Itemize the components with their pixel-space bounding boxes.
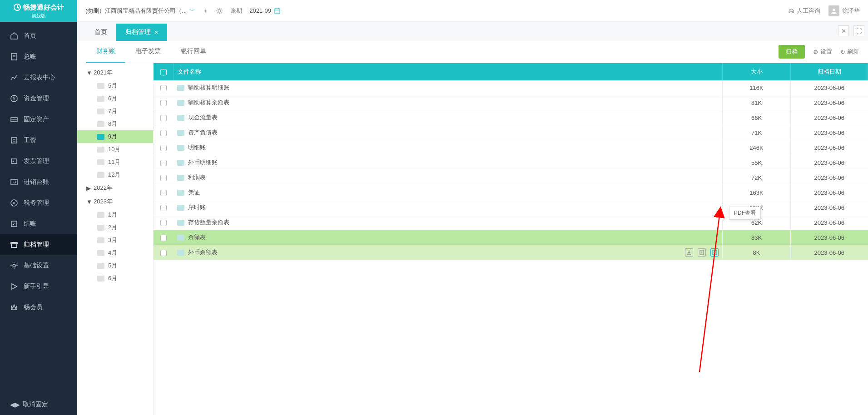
tree-month[interactable]: 7月 bbox=[77, 105, 153, 118]
table-row[interactable]: 资产负债表71K2023-06-06 bbox=[154, 125, 868, 140]
user-menu[interactable]: 徐泽华 bbox=[828, 5, 860, 16]
table-row[interactable]: 现金流量表66K2023-06-06 bbox=[154, 110, 868, 125]
folder-icon bbox=[97, 225, 104, 231]
pdf-icon[interactable]: P bbox=[698, 248, 706, 257]
table-row[interactable]: 辅助核算明细账116K2023-06-06 bbox=[154, 80, 868, 95]
refresh-link[interactable]: ↻ 刷新 bbox=[840, 48, 859, 56]
row-checkbox[interactable] bbox=[160, 100, 167, 106]
nav-item-tax[interactable]: 税务管理 bbox=[0, 193, 77, 213]
nav-item-guide[interactable]: 新手引导 bbox=[0, 276, 77, 297]
headset-icon bbox=[788, 7, 795, 15]
table-row[interactable]: 余额表83K2023-06-06 bbox=[154, 230, 868, 245]
row-checkbox[interactable] bbox=[160, 175, 167, 181]
row-checkbox[interactable] bbox=[160, 115, 167, 121]
row-checkbox[interactable] bbox=[160, 220, 167, 226]
tree-month[interactable]: 12月 bbox=[77, 168, 153, 181]
nav-item-label: 新手引导 bbox=[24, 282, 49, 291]
help-link[interactable]: 人工咨询 bbox=[788, 7, 820, 15]
nav-item-label: 资金管理 bbox=[24, 94, 49, 103]
asset-icon bbox=[10, 115, 18, 124]
tree-month[interactable]: 5月 bbox=[77, 79, 153, 92]
table-row[interactable]: 辅助核算余额表81K2023-06-06 bbox=[154, 95, 868, 110]
tree-month[interactable]: 8月 bbox=[77, 118, 153, 130]
file-date: 2023-06-06 bbox=[791, 185, 868, 200]
folder-icon bbox=[97, 159, 104, 165]
main: (勿删）江西服宝精品有限责任公司（... ﹀ ＋ 账期 2021-09 人工 bbox=[77, 0, 868, 415]
unpin-icon: ◀▶ bbox=[10, 401, 20, 408]
sidebar-unpin[interactable]: ◀▶ 取消固定 bbox=[0, 394, 77, 415]
nav-item-label: 工资 bbox=[24, 136, 36, 144]
row-checkbox[interactable] bbox=[160, 130, 167, 136]
table-row[interactable]: 外币明细账55K2023-06-06 bbox=[154, 155, 868, 170]
table-row[interactable]: 外币余额表P8K2023-06-06 bbox=[154, 245, 868, 260]
settings-link[interactable]: ⚙ 设置 bbox=[813, 48, 832, 56]
tree-month[interactable]: 1月 bbox=[77, 208, 153, 221]
tree-month[interactable]: 3月 bbox=[77, 234, 153, 247]
tree-year[interactable]: ▼2021年 bbox=[77, 66, 153, 79]
tree-month[interactable]: 6月 bbox=[77, 272, 153, 285]
row-checkbox[interactable] bbox=[160, 235, 167, 241]
vip-icon bbox=[10, 303, 18, 311]
select-all-checkbox[interactable] bbox=[160, 69, 167, 75]
folder-icon bbox=[97, 276, 104, 282]
nav-item-inout[interactable]: 进销台账 bbox=[0, 172, 77, 193]
pdf-view-icon[interactable] bbox=[710, 248, 719, 257]
nav-item-close[interactable]: 结账 bbox=[0, 213, 77, 234]
row-checkbox[interactable] bbox=[160, 250, 167, 256]
row-checkbox[interactable] bbox=[160, 160, 167, 166]
subtab-1[interactable]: 电子发票 bbox=[125, 41, 171, 63]
tab-home[interactable]: 首页 bbox=[85, 24, 116, 41]
row-checkbox[interactable] bbox=[160, 85, 167, 91]
row-checkbox[interactable] bbox=[160, 190, 167, 196]
nav-item-salary[interactable]: 工资 bbox=[0, 130, 77, 151]
user-name: 徐泽华 bbox=[842, 7, 860, 15]
file-date: 2023-06-06 bbox=[791, 95, 868, 110]
tree-month[interactable]: 10月 bbox=[77, 143, 153, 156]
nav-item-settings[interactable]: 基础设置 bbox=[0, 255, 77, 276]
nav-item-archive[interactable]: 归档管理 bbox=[0, 234, 77, 255]
file-folder-icon bbox=[177, 220, 184, 226]
tree-year[interactable]: ▶2022年 bbox=[77, 181, 153, 195]
row-checkbox[interactable] bbox=[160, 145, 167, 151]
tree-month[interactable]: 5月 bbox=[77, 259, 153, 272]
tree-month-label: 1月 bbox=[108, 211, 117, 219]
nav-item-home[interactable]: 首页 bbox=[0, 25, 77, 46]
nav-item-ledger[interactable]: 总账 bbox=[0, 46, 77, 67]
tree-month[interactable]: 4月 bbox=[77, 247, 153, 259]
tree-month-label: 12月 bbox=[108, 171, 120, 179]
subtabs: 财务账电子发票银行回单 bbox=[77, 41, 216, 63]
tab-close-icon[interactable]: × bbox=[154, 29, 158, 36]
nav-item-vip[interactable]: 畅会员 bbox=[0, 297, 77, 318]
logo-text: 畅捷通好会计 bbox=[23, 3, 64, 12]
tree-month[interactable]: 6月 bbox=[77, 92, 153, 105]
nav-item-asset[interactable]: 固定资产 bbox=[0, 109, 77, 130]
company-selector[interactable]: (勿删）江西服宝精品有限责任公司（... ﹀ bbox=[85, 7, 195, 15]
tree-month[interactable]: 9月 bbox=[77, 130, 153, 143]
tab-close-all[interactable]: ✕ bbox=[838, 25, 849, 36]
download-icon[interactable] bbox=[685, 248, 693, 257]
gear-icon: ⚙ bbox=[813, 49, 818, 55]
file-date: 2023-06-06 bbox=[791, 230, 868, 245]
tree-month-label: 6月 bbox=[108, 94, 117, 103]
subtab-row: 财务账电子发票银行回单 归档 ⚙ 设置 ↻ 刷新 bbox=[77, 41, 868, 63]
tree-month[interactable]: 2月 bbox=[77, 221, 153, 234]
archive-button[interactable]: 归档 bbox=[779, 45, 805, 59]
table-row[interactable]: 凭证163K2023-06-06 bbox=[154, 185, 868, 200]
subtab-0[interactable]: 财务账 bbox=[86, 41, 125, 63]
table-row[interactable]: 明细账246K2023-06-06 bbox=[154, 140, 868, 155]
file-size: 71K bbox=[723, 125, 791, 140]
add-icon[interactable]: ＋ bbox=[203, 7, 208, 15]
file-size: 81K bbox=[723, 95, 791, 110]
tab-archive[interactable]: 归档管理 × bbox=[116, 24, 167, 41]
gear-icon[interactable] bbox=[216, 7, 223, 15]
table-row[interactable]: 利润表72K2023-06-06 bbox=[154, 170, 868, 185]
period-value[interactable]: 2021-09 bbox=[249, 7, 280, 14]
nav-item-money[interactable]: ¥资金管理 bbox=[0, 88, 77, 109]
tree-month[interactable]: 11月 bbox=[77, 156, 153, 168]
row-checkbox[interactable] bbox=[160, 205, 167, 211]
nav-item-invoice[interactable]: 发票管理 bbox=[0, 151, 77, 172]
fullscreen-icon[interactable]: ⛶ bbox=[853, 25, 864, 36]
subtab-2[interactable]: 银行回单 bbox=[171, 41, 216, 63]
nav-item-chart[interactable]: 云报表中心 bbox=[0, 67, 77, 88]
tree-year[interactable]: ▼2023年 bbox=[77, 195, 153, 208]
